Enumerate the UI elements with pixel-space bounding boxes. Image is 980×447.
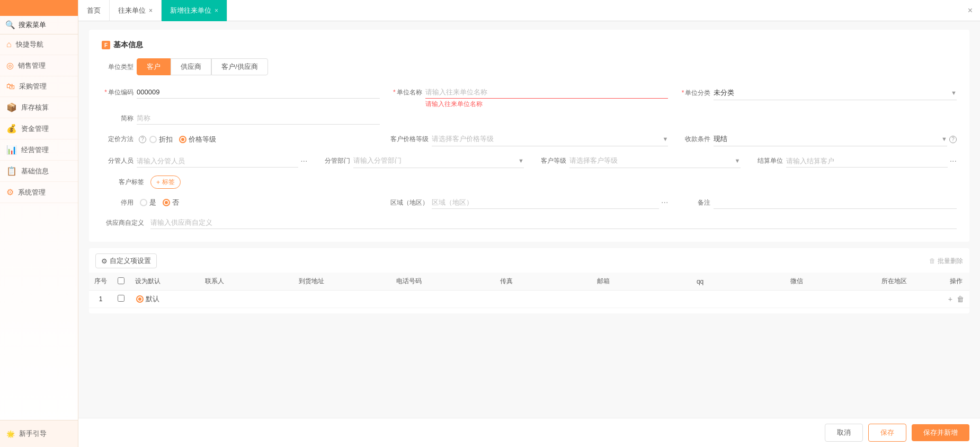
unit-type-label: 单位类型 <box>102 63 133 72</box>
add-row-button[interactable]: + <box>948 295 952 303</box>
row-default-radio[interactable]: 默认 <box>135 294 161 304</box>
operations-icon: 📊 <box>6 145 17 155</box>
select-unit-category[interactable]: 未分类 ▼ <box>714 86 957 100</box>
radio-yes[interactable]: 是 <box>140 198 156 207</box>
input-wechat[interactable] <box>754 295 840 303</box>
sidebar-item-system[interactable]: ⚙ 系统管理 <box>0 182 78 203</box>
custom-settings-button[interactable]: ⚙ 自定义项设置 <box>95 253 157 268</box>
input-address[interactable] <box>268 295 355 303</box>
manager-more-icon[interactable]: ··· <box>300 156 307 166</box>
tab-partners[interactable]: 往来单位 × <box>110 0 162 21</box>
field-short-name: 简称 <box>102 112 380 125</box>
tab-new-partner-close[interactable]: × <box>215 7 218 14</box>
row-actions: + 🗑 <box>948 295 964 303</box>
sidebar: 🔍 搜索菜单 ⌂ 快捷导航 ◎ 销售管理 🛍 采购管理 📦 库存核算 💰 资金管… <box>0 0 78 447</box>
sidebar-search-item[interactable]: 🔍 搜索菜单 <box>0 16 78 34</box>
chevron-down-icon5: ▼ <box>735 157 741 164</box>
sidebar-item-basic[interactable]: 📋 基础信息 <box>0 161 78 182</box>
input-qq[interactable] <box>657 295 743 303</box>
batch-delete-button[interactable]: 批量删除 <box>938 257 963 266</box>
radio-no[interactable]: 否 <box>163 198 179 207</box>
input-row-region[interactable] <box>851 295 938 303</box>
sidebar-item-quick-nav[interactable]: ⌂ 快捷导航 <box>0 34 78 55</box>
input-fax[interactable] <box>463 295 549 303</box>
cancel-button[interactable]: 取消 <box>825 424 863 442</box>
cell-seq: 1 <box>89 291 112 308</box>
chevron-down-icon3: ▼ <box>941 136 947 142</box>
pricing-help-icon[interactable]: ? <box>139 136 146 143</box>
table-tools: ⚙ 自定义项设置 🗑 批量删除 <box>89 253 969 273</box>
input-unit-name[interactable] <box>425 86 669 99</box>
input-email[interactable] <box>560 295 646 303</box>
tab-bar-close-button[interactable]: × <box>960 6 980 15</box>
type-btn-supplier[interactable]: 供应商 <box>171 58 211 75</box>
input-manager[interactable] <box>137 155 298 168</box>
sidebar-item-purchase[interactable]: 🛍 采购管理 <box>0 76 78 97</box>
select-customer-level[interactable]: 请选择客户等级 ▼ <box>569 154 741 168</box>
radio-no-label: 否 <box>172 198 179 207</box>
save-and-new-button[interactable]: 保存并新增 <box>912 424 969 441</box>
input-remark[interactable] <box>714 196 957 209</box>
select-department[interactable]: 请输入分管部门 ▼ <box>353 154 524 168</box>
field-pricing-method: 定价方法 ? 折扣 价格等级 <box>102 135 380 144</box>
col-seq: 序号 <box>89 273 112 291</box>
label-region: 区域（地区） <box>390 198 429 207</box>
input-phone[interactable] <box>366 295 452 303</box>
type-btn-customer[interactable]: 客户 <box>137 58 171 75</box>
radio-discount[interactable]: 折扣 <box>149 135 173 144</box>
radio-price-level[interactable]: 价格等级 <box>179 135 216 144</box>
sidebar-search-label: 搜索菜单 <box>19 20 46 30</box>
select-payment-terms[interactable]: 现结 ▼ <box>714 132 947 146</box>
search-icon: 🔍 <box>5 20 15 30</box>
input-settlement-unit[interactable] <box>786 155 948 168</box>
label-unit-code: 单位编码 <box>102 88 133 97</box>
form-footer: 取消 保存 保存并新增 <box>78 418 980 447</box>
col-fax: 传真 <box>458 273 555 291</box>
tab-partners-close[interactable]: × <box>149 7 153 14</box>
label-unit-category: 单位分类 <box>679 89 710 98</box>
tab-partners-label: 往来单位 <box>118 6 146 15</box>
sidebar-item-sales[interactable]: ◎ 销售管理 <box>0 55 78 76</box>
delete-row-button[interactable]: 🗑 <box>957 295 964 303</box>
col-qq: qq <box>652 273 749 291</box>
input-unit-code[interactable] <box>137 86 380 99</box>
sidebar-item-label: 系统管理 <box>18 188 46 197</box>
sidebar-item-operations[interactable]: 📊 经营管理 <box>0 139 78 161</box>
add-tag-label: 标签 <box>162 178 175 187</box>
tab-home[interactable]: 首页 <box>78 0 110 21</box>
radio-discount-label: 折扣 <box>159 135 173 144</box>
sales-icon: ◎ <box>6 60 14 71</box>
cell-wechat <box>749 291 845 308</box>
row-checkbox[interactable] <box>118 295 124 302</box>
section-title-text: 基本信息 <box>113 40 143 50</box>
chevron-down-icon2: ▼ <box>662 136 668 142</box>
payment-help-icon[interactable]: ? <box>949 136 957 143</box>
sidebar-item-label: 快捷导航 <box>16 40 43 49</box>
sidebar-newbie-label: 新手引导 <box>19 429 47 439</box>
type-btn-both[interactable]: 客户/供应商 <box>211 58 268 75</box>
sidebar-item-inventory[interactable]: 📦 库存核算 <box>0 97 78 118</box>
save-button[interactable]: 保存 <box>868 424 906 442</box>
gear-icon: ⚙ <box>101 257 108 265</box>
add-tag-button[interactable]: + 标签 <box>150 176 181 189</box>
custom-settings-label: 自定义项设置 <box>110 256 151 266</box>
input-region[interactable] <box>432 196 659 209</box>
cell-contact <box>166 291 263 308</box>
field-settlement-unit: 结算单位 ··· <box>751 155 957 168</box>
cell-email <box>555 291 652 308</box>
settlement-more-icon[interactable]: ··· <box>950 156 957 166</box>
select-all-checkbox[interactable] <box>118 277 124 284</box>
input-contact[interactable] <box>171 295 257 303</box>
input-supplier-custom[interactable] <box>150 216 957 229</box>
input-short-name[interactable] <box>137 112 380 125</box>
region-more-icon[interactable]: ··· <box>661 198 668 207</box>
sidebar-item-finance[interactable]: 💰 资金管理 <box>0 118 78 139</box>
label-supplier-custom: 供应商自定义 <box>102 218 144 227</box>
contact-table-section: ⚙ 自定义项设置 🗑 批量删除 序号 设为默认 联系人 到货地址 电话 <box>89 248 969 313</box>
select-customer-price-level[interactable]: 请选择客户价格等级 ▼ <box>432 132 669 146</box>
tab-new-partner-label: 新增往来单位 <box>170 6 211 15</box>
tab-new-partner[interactable]: 新增往来单位 × <box>162 0 227 21</box>
sidebar-item-newbie[interactable]: 🌟 新手引导 <box>0 425 78 443</box>
select-department-value: 请输入分管部门 <box>353 156 516 165</box>
col-wechat: 微信 <box>749 273 845 291</box>
